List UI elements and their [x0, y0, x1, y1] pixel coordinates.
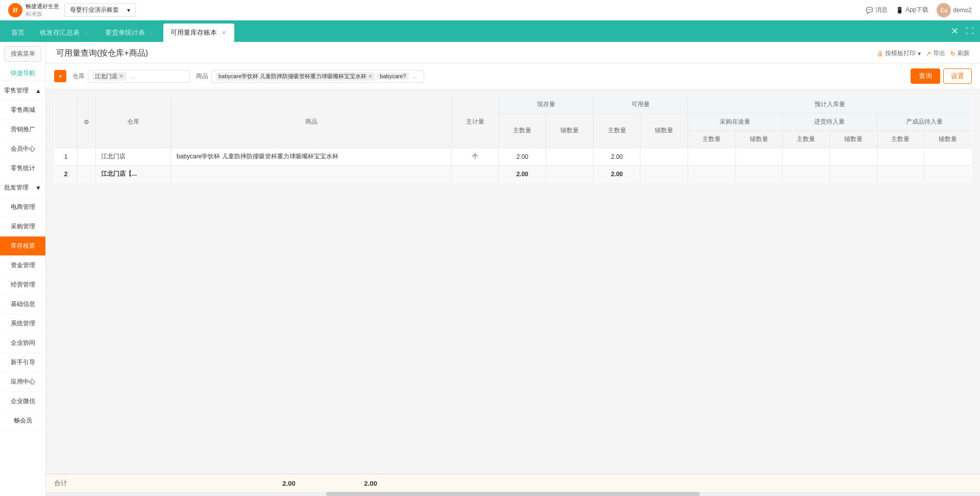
refresh-btn[interactable]: ↻ 刷新: [950, 49, 970, 58]
export-btn[interactable]: ↗ 导出: [926, 49, 945, 58]
user-area[interactable]: Ea demo2: [937, 3, 972, 17]
sidebar-quick-nav[interactable]: 快捷导航: [0, 66, 45, 81]
logo-main-text: 畅捷通好生意: [26, 3, 59, 10]
filter-buttons: 查询 设置: [911, 68, 972, 84]
sidebar-item-wholesale-mgmt[interactable]: 批发管理 ▼: [0, 178, 45, 198]
logo-icon: 好: [8, 3, 22, 17]
col-stock-main: 主数量: [499, 113, 546, 148]
sidebar-basic-info-label: 基础信息: [11, 300, 35, 309]
warehouse-tag-0: 江北门店 ✕: [92, 72, 126, 81]
sidebar-item-app-center[interactable]: 应用中心: [0, 372, 45, 392]
message-btn[interactable]: 💬 消息: [866, 6, 888, 14]
tab-available-ledger[interactable]: 可用量库存账本 ✕: [163, 23, 234, 42]
sidebar-item-inventory[interactable]: 库存核算: [0, 237, 45, 256]
cell-incoming-sub-0: [829, 148, 877, 166]
query-button[interactable]: 查询: [911, 68, 940, 84]
col-incoming-sub-group: 进货待入量: [782, 113, 877, 131]
sidebar-item-basic-info[interactable]: 基础信息: [0, 295, 45, 314]
table-row: 1 江北门店 babycare学饮杯 儿童防摔防撞吸管杯重力球吸嘴杯宝宝水杯 个…: [55, 148, 972, 166]
sidebar-item-marketing[interactable]: 营销推广: [0, 120, 45, 139]
print-template-btn[interactable]: 🖨 按模板打印 ▾: [877, 49, 921, 58]
avatar: Ea: [937, 3, 951, 17]
cell-production-sub-1: [924, 166, 972, 183]
cell-product-1: [171, 166, 451, 183]
cell-stock-main-0: 2.00: [499, 148, 546, 166]
filter-area: » 仓库 江北门店 ✕ ... 商品 babycare学饮杯 儿童防摔防撞吸管杯…: [46, 63, 980, 89]
cell-purchase-sub-1: [735, 166, 782, 183]
export-label: 导出: [933, 49, 945, 58]
sidebar-item-retail-stats[interactable]: 零售统计: [0, 159, 45, 178]
expand-filter-btn[interactable]: »: [54, 70, 66, 82]
warehouse-more: ...: [128, 73, 137, 79]
table-footer: 合计 2.00 2.00: [46, 474, 980, 492]
sidebar-item-member[interactable]: 畅会员: [0, 411, 45, 431]
warehouse-tags-input[interactable]: 江北门店 ✕ ...: [88, 70, 190, 83]
sidebar-item-purchase[interactable]: 采购管理: [0, 217, 45, 237]
sidebar-item-system[interactable]: 系统管理: [0, 314, 45, 334]
tab-available-label: 可用量库存账本: [170, 28, 217, 37]
tab-receive-close[interactable]: ✕: [83, 29, 90, 36]
message-label: 消息: [875, 6, 888, 14]
cell-purchase-main-0: [688, 148, 736, 166]
tab-receive-summary[interactable]: 收发存汇总表 ✕: [33, 23, 97, 42]
tab-home[interactable]: 首页: [4, 23, 32, 42]
col-purchase-sub: 辅数量: [735, 131, 782, 148]
col-product: 商品: [171, 96, 451, 148]
app-download-btn[interactable]: 📱 App下载: [896, 6, 928, 14]
logo-area: 好 畅捷通好生意 标准版: [8, 3, 59, 17]
sidebar-item-member-center[interactable]: 会员中心: [0, 139, 45, 159]
sidebar-item-finance[interactable]: 资金管理: [0, 256, 45, 275]
sidebar-item-ecommerce[interactable]: 电商管理: [0, 198, 45, 217]
search-menu-btn[interactable]: 搜索菜单: [4, 46, 41, 62]
sidebar-search-area: 搜索菜单: [0, 42, 45, 66]
table-row: 2 江北门店【... 2.00 2.00: [55, 166, 972, 183]
sidebar-finance-label: 资金管理: [11, 261, 35, 270]
sidebar-item-enterprise-collab[interactable]: 企业协同: [0, 334, 45, 353]
footer-stock-main: 2.00: [268, 480, 309, 487]
cell-unit-0: 个: [451, 148, 499, 166]
chevron-down-icon: ▾: [918, 50, 921, 57]
industry-selector[interactable]: 母婴行业演示账套 ▾: [64, 3, 136, 17]
export-icon: ↗: [926, 50, 931, 57]
cell-stock-sub-0: [546, 148, 594, 166]
cell-purchase-main-1: [688, 166, 736, 183]
footer-avail-main: 2.00: [350, 480, 391, 487]
sidebar-inventory-label: 库存核算: [11, 242, 35, 250]
sidebar-item-retail-mgmt[interactable]: 零售管理 ▲: [0, 81, 45, 101]
settings-button[interactable]: 设置: [943, 68, 972, 84]
product-tags-input[interactable]: babycare学饮杯 儿童防摔防撞吸管杯重力球吸嘴杯宝宝水杯 ✕ babyca…: [211, 70, 424, 83]
sidebar-member-label: 畅会员: [14, 416, 32, 425]
cell-avail-sub-1: [641, 166, 688, 183]
sidebar-operation-label: 经营管理: [11, 280, 35, 289]
product-tag-text-0: babycare学饮杯 儿童防摔防撞吸管杯重力球吸嘴杯宝宝水杯: [218, 73, 366, 80]
template-badge: 标准版: [26, 10, 59, 17]
nav-expand-icon[interactable]: ⛶: [964, 27, 976, 36]
warehouse-tag-remove[interactable]: ✕: [119, 73, 124, 80]
product-tag-text-1: babycare?: [380, 73, 406, 79]
cell-unit-1: [451, 166, 499, 183]
tab-order-stats[interactable]: 要货单统计表 ✕: [98, 23, 162, 42]
cell-warehouse-0: 江北门店: [96, 148, 172, 166]
col-avail-main: 主数量: [593, 113, 641, 148]
cell-settings-0: [78, 148, 96, 166]
refresh-icon: ↻: [950, 50, 955, 57]
col-purchase-sub-group: 采购在途量: [688, 113, 782, 131]
nav-close-all[interactable]: ✕: [947, 26, 963, 37]
col-forecast-group: 预计入库量: [688, 96, 972, 113]
refresh-label: 刷新: [958, 49, 970, 58]
sidebar-item-operation[interactable]: 经营管理: [0, 275, 45, 295]
product-tag-remove-0[interactable]: ✕: [368, 73, 373, 80]
tab-available-close[interactable]: ✕: [220, 29, 227, 36]
logo-text: 畅捷通好生意 标准版: [26, 3, 59, 17]
cell-stock-sub-1: [546, 166, 594, 183]
scroll-thumb: [326, 492, 700, 496]
cell-incoming-main-0: [782, 148, 830, 166]
cell-avail-main-1: 2.00: [593, 166, 641, 183]
sidebar-item-retail-store[interactable]: 零售商城: [0, 101, 45, 120]
col-settings[interactable]: ⚙: [78, 96, 96, 148]
col-available-group: 可用量: [593, 96, 688, 113]
sidebar-item-enterprise-wechat[interactable]: 企业微信: [0, 392, 45, 411]
tab-receive-label: 收发存汇总表: [40, 28, 80, 37]
sidebar-item-onboarding[interactable]: 新手引导: [0, 353, 45, 372]
tab-order-close[interactable]: ✕: [148, 29, 155, 36]
